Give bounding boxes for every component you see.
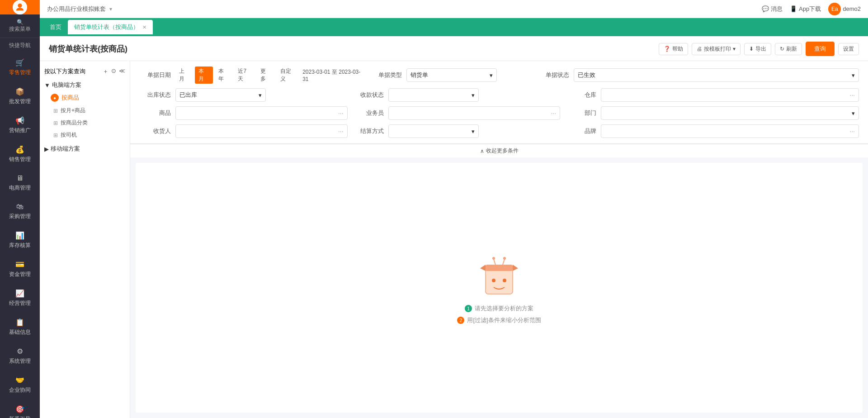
date-tab-more[interactable]: 更多 (257, 66, 274, 84)
wholesale-label: 批发管理 (9, 98, 31, 105)
tab-home[interactable]: 首页 (43, 20, 68, 34)
page-content: 销货单统计表(按商品) ❓ 帮助 🖨 按模板打印 ▾ ⬇ 导出 ↻ 刷新 (40, 36, 868, 418)
sidebar-item-enterprise[interactable]: 🤝 企业协同 (0, 370, 40, 399)
brand-dots: ··· (849, 128, 855, 135)
doc-type-select[interactable]: 销货单 ▾ (406, 68, 497, 82)
sidebar-item-marketing[interactable]: 📢 营销推广 (0, 111, 40, 140)
date-tab-this-year[interactable]: 本年 (215, 66, 232, 84)
tab-close-icon[interactable]: ✕ (142, 24, 146, 30)
edit-scheme-icon[interactable]: ⊙ (111, 67, 116, 76)
scheme-group-mobile-header[interactable]: ▶ 移动端方案 (40, 143, 130, 155)
goods-input[interactable]: ··· (175, 106, 348, 120)
export-btn[interactable]: ⬇ 导出 (744, 43, 771, 55)
sidebar-item-system[interactable]: ⚙ 系统管理 (0, 342, 40, 370)
tab-home-label: 首页 (50, 23, 61, 31)
sidebar-item-newbie[interactable]: 🎯 新手引导 (0, 399, 40, 418)
date-label: 单据日期 (139, 71, 171, 79)
brand-input[interactable]: ··· (601, 124, 859, 138)
user-name: demo2 (843, 5, 861, 12)
collapse-scheme-icon[interactable]: ≪ (119, 67, 125, 76)
department-select[interactable]: ▾ (601, 106, 859, 120)
sales-icon: 💰 (15, 145, 24, 154)
date-tab-this-month[interactable]: 本月 (195, 66, 212, 84)
doc-type-value: 销货单 (410, 71, 428, 79)
message-label: 消息 (771, 5, 783, 13)
sidebar-item-basic[interactable]: 📋 基础信息 (0, 313, 40, 342)
receiver-control: ··· (175, 124, 348, 138)
help-label: 帮助 (672, 45, 683, 53)
svg-marker-4 (513, 265, 518, 271)
empty-state: 1 请先选择要分析的方案 2 用[过滤]条件来缩小分析范围 (136, 163, 863, 413)
retail-label: 零售管理 (9, 69, 31, 76)
sidebar-item-ecommerce[interactable]: 🖥 电商管理 (0, 169, 40, 197)
expand-icon: ▼ (44, 82, 50, 89)
dot-2: 2 (457, 317, 464, 324)
empty-hint-1: 1 请先选择要分析的方案 (465, 304, 533, 313)
sidebar-item-retail[interactable]: 🛒 零售管理 (0, 53, 40, 82)
page-title: 销货单统计表(按商品) (49, 43, 127, 59)
svg-rect-1 (486, 269, 513, 294)
out-status-select[interactable]: 已出库 ▾ (175, 88, 266, 102)
print-btn[interactable]: 🖨 按模板打印 ▾ (692, 43, 741, 55)
newbie-label: 新手引导 (9, 415, 31, 418)
collect-status-select[interactable]: ▾ (388, 88, 479, 102)
svg-marker-3 (480, 265, 486, 271)
salesman-input[interactable]: ··· (388, 106, 561, 120)
chevron-down-icon-1: ▾ (490, 72, 493, 79)
app-download-btn[interactable]: 📱 App下载 (790, 5, 821, 13)
top-bar-arrow[interactable]: ▾ (109, 6, 112, 12)
scheme-item-by-category[interactable]: ⊞ 按商品分类 (40, 117, 130, 129)
grid-icon-3: ⊞ (53, 132, 58, 138)
top-bar-title: 办公用品行业模拟账套 (47, 5, 106, 13)
sidebar-item-stock[interactable]: 📊 库存核算 (0, 226, 40, 255)
add-scheme-icon[interactable]: ＋ (103, 67, 108, 76)
chevron-down-icon-6: ▾ (472, 128, 475, 135)
quick-nav[interactable]: 快捷导航 (9, 38, 31, 53)
refresh-icon: ↻ (780, 46, 784, 52)
desktop-group-label: 电脑端方案 (52, 81, 81, 89)
chevron-down-icon-2: ▾ (852, 72, 855, 79)
scheme-panel: 按以下方案查询 ＋ ⊙ ≪ ▼ 电脑端方案 ● 按商品 (40, 61, 130, 418)
settings-btn[interactable]: 设置 (838, 43, 859, 55)
scheme-item-by-machine[interactable]: ⊞ 按司机 (40, 129, 130, 141)
content-body: 按以下方案查询 ＋ ⊙ ≪ ▼ 电脑端方案 ● 按商品 (40, 61, 868, 418)
sidebar-item-sales[interactable]: 💰 销售管理 (0, 140, 40, 169)
user-menu[interactable]: Ea demo2 (828, 3, 861, 15)
by-month-product-label: 按月+商品 (61, 107, 85, 114)
query-btn[interactable]: 查询 (806, 42, 835, 56)
settlement-select[interactable]: ▾ (388, 124, 479, 138)
sidebar-item-operation[interactable]: 📈 经营管理 (0, 284, 40, 313)
by-machine-label: 按司机 (61, 131, 77, 139)
scheme-item-by-product[interactable]: ● 按商品 (40, 91, 130, 104)
print-label: 按模板打印 (704, 45, 731, 53)
chevron-down-icon-4: ▾ (472, 92, 475, 99)
doc-status-select[interactable]: 已生效 ▾ (574, 68, 859, 82)
ecommerce-icon: 🖥 (16, 174, 24, 182)
quick-nav-label: 快捷导航 (9, 42, 31, 48)
retail-icon: 🛒 (15, 58, 24, 67)
scheme-group-desktop-header[interactable]: ▼ 电脑端方案 (40, 79, 130, 91)
message-btn[interactable]: 💬 消息 (762, 5, 783, 13)
date-tab-last-month[interactable]: 上月 (175, 66, 193, 84)
sidebar-item-purchase[interactable]: 🛍 采购管理 (0, 197, 40, 226)
print-arrow-icon: ▾ (733, 46, 736, 52)
sidebar-item-wholesale[interactable]: 📦 批发管理 (0, 82, 40, 111)
date-tab-custom[interactable]: 自定义 (277, 66, 300, 84)
scheme-item-by-month-product[interactable]: ⊞ 按月+商品 (40, 104, 130, 117)
warehouse-input[interactable]: ··· (601, 88, 859, 102)
filter-row-3: 商品 ··· 业务员 ··· (139, 106, 859, 120)
user-initial: Ea (831, 6, 838, 12)
sidebar-item-finance[interactable]: 💳 资金管理 (0, 255, 40, 284)
refresh-btn[interactable]: ↻ 刷新 (775, 43, 802, 55)
help-btn[interactable]: ❓ 帮助 (659, 43, 688, 55)
tab-sales-stat[interactable]: 销货单统计表（按商品） ✕ (68, 20, 153, 34)
top-bar-right: 💬 消息 📱 App下载 Ea demo2 (762, 3, 861, 15)
salesman-label: 业务员 (352, 109, 384, 117)
receiver-input[interactable]: ··· (175, 124, 348, 138)
settings-label: 设置 (843, 46, 854, 52)
collapse-btn[interactable]: ∧ 收起更多条件 (130, 144, 868, 157)
newbie-icon: 🎯 (15, 405, 24, 413)
search-menu[interactable]: 🔍 搜索菜单 (0, 14, 40, 38)
date-tab-7days[interactable]: 近7天 (234, 66, 255, 84)
brand-label: 品牌 (565, 127, 596, 135)
